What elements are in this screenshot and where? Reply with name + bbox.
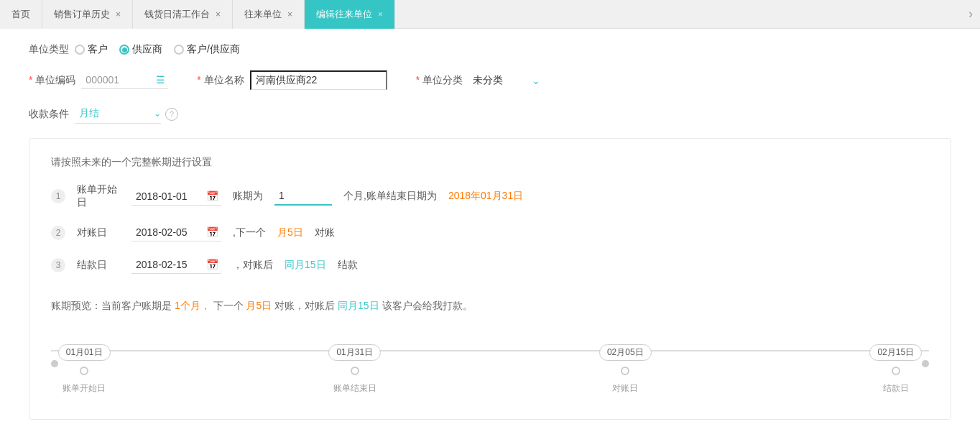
row-num-2: 2	[51, 226, 65, 240]
tab-partners-close[interactable]: ×	[287, 9, 292, 19]
timeline-sub-2: 对账日	[612, 382, 638, 395]
tab-edit-partner-close[interactable]: ×	[378, 9, 383, 19]
preview-part2-before: 下一个	[213, 300, 244, 311]
payment-terms-select[interactable]: 月结 ⌄	[75, 104, 161, 124]
preview-part2-highlight: 月5日	[246, 300, 272, 311]
unit-classify-group: 单位分类 未分类 ⌄	[416, 71, 545, 90]
radio-group: 客户 供应商 客户/供应商	[75, 43, 240, 56]
unit-info-row: 单位编码 ☰ 单位名称 单位分类 未分类 ⌄	[29, 70, 951, 90]
radio-customer-circle	[75, 45, 85, 55]
timeline-dot-1	[351, 367, 359, 375]
tab-cashflow[interactable]: 钱货日清工作台 ×	[133, 0, 233, 29]
unit-code-group: 单位编码 ☰	[29, 71, 168, 89]
tab-partners[interactable]: 往来单位 ×	[233, 0, 305, 29]
timeline-badge-0: 01月01日	[58, 344, 111, 361]
row-num-3: 3	[51, 258, 65, 272]
reconcile-highlight: 月5日	[277, 226, 303, 239]
unit-type-row: 单位类型 客户 供应商 客户/供应商	[29, 43, 951, 56]
timeline-sub-0: 账单开始日	[63, 382, 106, 395]
payment-prefix: ，对账后	[233, 259, 273, 272]
payment-terms-group: 收款条件 月结 ⌄ ?	[29, 104, 178, 124]
unit-type-label: 单位类型	[29, 43, 69, 56]
timeline-item-2: 02月05日 对账日	[599, 344, 652, 395]
payment-terms-row: 收款条件 月结 ⌄ ?	[29, 104, 951, 124]
payment-date-input[interactable]	[131, 256, 203, 273]
timeline-dot-3	[892, 367, 900, 375]
panel-row-1: 1 账单开始日 📅 账期为 个月,账单结束日期为 2018年01月31日	[51, 183, 929, 209]
payment-suffix: 结款	[338, 259, 358, 272]
tab-more-button[interactable]: ›	[961, 6, 980, 22]
tab-home[interactable]: 首页	[0, 0, 42, 29]
period-setting-panel: 请按照未来的一个完整帐期进行设置 1 账单开始日 📅 账期为 个月,账单结束日期…	[29, 138, 951, 420]
panel-row-2: 2 对账日 📅 ,下一个 月5日 对账	[51, 224, 929, 242]
reconcile-date-input-wrap: 📅	[131, 224, 221, 242]
preview-part3-before: 对账，对账后	[274, 300, 335, 311]
tab-bar: 首页 销售订单历史 × 钱货日清工作台 × 往来单位 × 编辑往来单位 × ›	[0, 0, 980, 29]
row-label-2: 对账日	[77, 226, 120, 239]
row-label-1: 账单开始日	[77, 183, 120, 209]
row-num-1: 1	[51, 189, 65, 203]
radio-supplier-circle	[119, 45, 129, 55]
unit-type-group: 单位类型 客户 供应商 客户/供应商	[29, 43, 240, 56]
help-icon[interactable]: ?	[165, 108, 178, 121]
timeline-item-0: 01月01日 账单开始日	[58, 344, 111, 395]
timeline-items: 01月01日 账单开始日 01月31日 账单结束日 02月05日 对账日	[58, 344, 922, 395]
row-label-3: 结款日	[77, 259, 120, 272]
panel-description: 请按照未来的一个完整帐期进行设置	[51, 156, 929, 169]
payment-terms-label: 收款条件	[29, 108, 69, 121]
timeline-sub-3: 结款日	[883, 382, 909, 395]
unit-classify-dropdown[interactable]: 未分类 ⌄	[468, 71, 545, 90]
unit-code-icon[interactable]: ☰	[153, 74, 168, 86]
radio-customer-supplier[interactable]: 客户/供应商	[174, 43, 240, 56]
preview-part3-highlight: 同月15日	[338, 300, 379, 311]
reconcile-prefix: ,下一个	[233, 226, 266, 239]
unit-classify-label: 单位分类	[416, 74, 463, 87]
unit-code-input-wrap: ☰	[81, 71, 168, 89]
payment-date-calendar-icon[interactable]: 📅	[203, 259, 221, 270]
tab-sales-history[interactable]: 销售订单历史 ×	[42, 0, 133, 29]
period-unit-text: 个月,账单结束日期为	[343, 190, 437, 203]
timeline-item-1: 01月31日 账单结束日	[328, 344, 381, 395]
payment-highlight: 同月15日	[285, 259, 326, 272]
preview-prefix: 账期预览：当前客户账期是	[51, 300, 172, 311]
radio-customer[interactable]: 客户	[75, 43, 108, 56]
payment-date-input-wrap: 📅	[131, 256, 221, 274]
tab-edit-partner[interactable]: 编辑往来单位 ×	[305, 0, 395, 29]
unit-name-input[interactable]	[250, 70, 387, 90]
period-input-wrap	[274, 187, 332, 206]
unit-code-input[interactable]	[81, 71, 153, 88]
tab-cashflow-close[interactable]: ×	[216, 9, 221, 19]
start-date-calendar-icon[interactable]: 📅	[203, 190, 221, 202]
period-end-date: 2018年01月31日	[448, 190, 523, 203]
preview-section: 账期预览：当前客户账期是 1个月， 下一个 月5日 对账，对账后 同月15日 该…	[51, 288, 929, 402]
preview-part4: 该客户会给我打款。	[382, 300, 473, 311]
payment-terms-value: 月结	[75, 104, 154, 123]
panel-row-3: 3 结款日 📅 ，对账后 同月15日 结款	[51, 256, 929, 274]
timeline-badge-3: 02月15日	[869, 344, 922, 361]
preview-text: 账期预览：当前客户账期是 1个月， 下一个 月5日 对账，对账后 同月15日 该…	[51, 300, 929, 313]
timeline-dot-0	[80, 367, 88, 375]
period-input[interactable]	[274, 187, 332, 204]
timeline-right-dot	[922, 360, 929, 367]
classify-chevron-icon: ⌄	[532, 75, 540, 86]
tab-sales-history-close[interactable]: ×	[116, 9, 121, 19]
timeline-badge-2: 02月05日	[599, 344, 652, 361]
radio-customer-supplier-circle	[174, 45, 184, 55]
timeline: 01月01日 账单开始日 01月31日 账单结束日 02月05日 对账日	[51, 330, 929, 402]
payment-terms-chevron-icon: ⌄	[154, 109, 161, 119]
radio-supplier[interactable]: 供应商	[119, 43, 162, 56]
preview-part1: 1个月，	[175, 300, 211, 311]
timeline-item-3: 02月15日 结款日	[869, 344, 922, 395]
unit-classify-value: 未分类	[473, 74, 503, 87]
period-label: 账期为	[233, 190, 263, 203]
unit-code-label: 单位编码	[29, 74, 75, 87]
unit-name-group: 单位名称	[197, 70, 387, 90]
main-content: 单位类型 客户 供应商 客户/供应商 单位编码	[0, 29, 980, 437]
start-date-input[interactable]	[131, 188, 203, 205]
reconcile-date-calendar-icon[interactable]: 📅	[203, 226, 221, 238]
start-date-input-wrap: 📅	[131, 188, 221, 206]
reconcile-date-input[interactable]	[131, 224, 203, 241]
timeline-sub-1: 账单结束日	[333, 382, 376, 395]
unit-name-label: 单位名称	[197, 74, 244, 87]
timeline-dot-2	[621, 367, 629, 375]
